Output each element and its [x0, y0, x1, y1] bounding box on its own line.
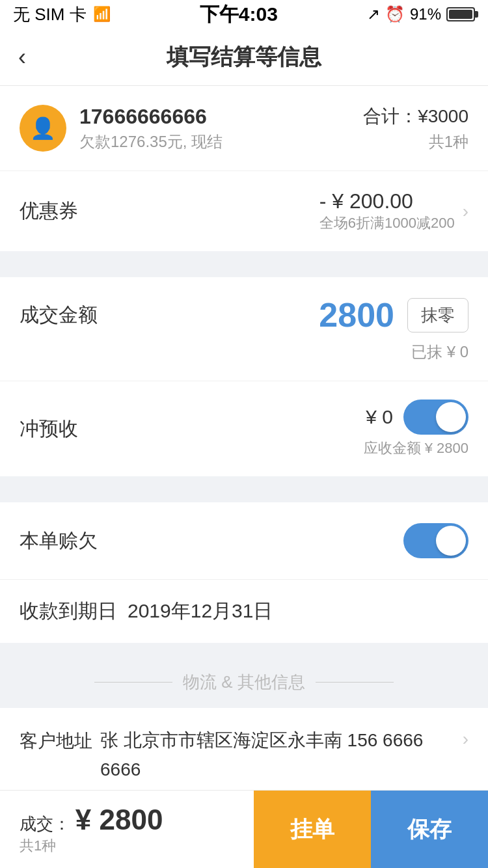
debt-toggle[interactable]	[403, 523, 468, 558]
user-sub: 欠款1276.35元, 现结	[79, 131, 223, 152]
user-info-left: 👤 17666666666 欠款1276.35元, 现结	[20, 105, 223, 152]
nav-bar: ‹ 填写结算等信息	[0, 29, 488, 86]
footer-count: 共1种	[20, 836, 234, 856]
precollect-amount-row: ¥ 0	[366, 400, 468, 435]
footer-total-amount: ¥ 2800	[75, 804, 163, 835]
status-bar-time: 下午4:03	[200, 1, 278, 28]
battery-icon	[446, 7, 475, 21]
save-button[interactable]: 保存	[371, 791, 488, 869]
wifi-icon: 📶	[93, 6, 111, 23]
round-button[interactable]: 抹零	[407, 298, 468, 332]
address-row[interactable]: 客户地址 张 北京市市辖区海淀区永丰南 156 6666 6666 ›	[0, 708, 488, 803]
status-bar-left: 无 SIM 卡 📶	[13, 3, 111, 26]
footer-bar: 成交： ¥ 2800 共1种 挂单 保存	[0, 790, 488, 868]
page-title: 填写结算等信息	[167, 42, 321, 72]
footer-left: 成交： ¥ 2800 共1种	[0, 804, 254, 856]
coupon-desc: 全场6折满1000减200	[319, 213, 455, 233]
precollect-toggle[interactable]	[403, 400, 468, 435]
deal-amount-right: 2800 抹零	[319, 295, 468, 334]
status-bar: 无 SIM 卡 📶 下午4:03 ↗ ⏰ 91%	[0, 0, 488, 29]
logistics-label: 物流 & 其他信息	[94, 671, 394, 694]
user-info-row: 👤 17666666666 欠款1276.35元, 现结 合计：¥3000 共1…	[0, 86, 488, 171]
precollect-toggle-thumb	[436, 402, 466, 432]
coupon-info: - ¥ 200.00 全场6折满1000减200	[319, 189, 455, 233]
user-details: 17666666666 欠款1276.35元, 现结	[79, 105, 223, 152]
alarm-icon: ⏰	[385, 5, 405, 23]
user-phone: 17666666666	[79, 105, 223, 129]
debt-toggle-thumb	[436, 526, 466, 556]
logistics-divider: 物流 & 其他信息	[0, 656, 488, 708]
deal-amount-label: 成交金额	[20, 302, 98, 329]
status-bar-right: ↗ ⏰ 91%	[367, 5, 475, 23]
precollect-row: 冲预收 ¥ 0 应收金额 ¥ 2800	[0, 381, 488, 476]
debt-row: 本单赊欠	[0, 502, 488, 579]
battery-percent: 91%	[410, 5, 441, 23]
precollect-amount: ¥ 0	[366, 406, 393, 428]
location-icon: ↗	[367, 5, 380, 23]
deal-sub: 已抹 ¥ 0	[411, 343, 468, 360]
carrier-label: 无 SIM 卡	[13, 3, 87, 26]
avatar-icon: 👤	[30, 116, 56, 141]
address-chevron: ›	[463, 726, 468, 750]
deal-amount-section: 成交金额 2800 抹零 已抹 ¥ 0	[0, 277, 488, 381]
precollect-right: ¥ 0 应收金额 ¥ 2800	[364, 400, 468, 458]
hold-order-button[interactable]: 挂单	[254, 791, 371, 869]
address-value: 张 北京市市辖区海淀区永丰南 156 6666 6666	[100, 726, 455, 785]
coupon-label: 优惠券	[20, 198, 78, 224]
duedate-value: 2019年12月31日	[128, 598, 273, 625]
duedate-row: 收款到期日 2019年12月31日	[0, 579, 488, 643]
footer-total-label: 成交：	[20, 814, 70, 834]
coupon-discount: - ¥ 200.00	[319, 189, 455, 213]
address-label: 客户地址	[20, 726, 92, 753]
deal-amount-row: 成交金额 2800 抹零	[20, 295, 468, 334]
section-divider-1	[0, 264, 488, 277]
deal-amount-value: 2800	[319, 295, 394, 334]
coupon-chevron: ›	[463, 201, 468, 222]
total-count: 共1种	[363, 131, 468, 152]
footer-total-row: 成交： ¥ 2800	[20, 804, 234, 836]
debt-label: 本单赊欠	[20, 528, 98, 554]
user-info-right: 合计：¥3000 共1种	[363, 104, 468, 152]
back-button[interactable]: ‹	[18, 44, 26, 71]
coupon-row[interactable]: 优惠券 - ¥ 200.00 全场6折满1000减200 ›	[0, 171, 488, 251]
duedate-label: 收款到期日	[20, 598, 117, 625]
coupon-right: - ¥ 200.00 全场6折满1000减200 ›	[319, 189, 468, 233]
precollect-sub: 应收金额 ¥ 2800	[364, 439, 468, 458]
precollect-label: 冲预收	[20, 416, 78, 442]
total-amount: 合计：¥3000	[363, 104, 468, 129]
avatar: 👤	[20, 105, 66, 152]
section-divider-2	[0, 489, 488, 502]
